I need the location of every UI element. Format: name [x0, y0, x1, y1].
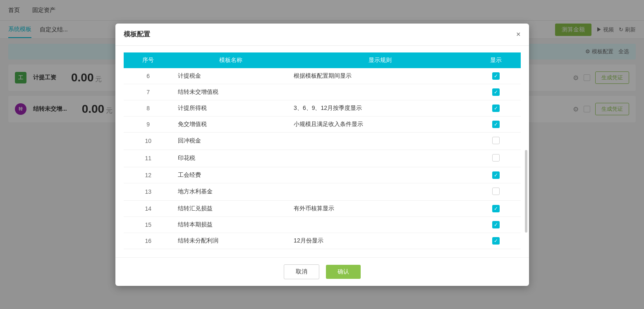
cell-name-6: 工会经费: [173, 167, 289, 183]
checkbox-checked-1[interactable]: ✓: [492, 88, 500, 96]
cell-show-1: ✓: [471, 84, 520, 100]
cell-show-8: ✓: [471, 200, 520, 216]
cell-name-5: 印花税: [173, 150, 289, 167]
cell-name-9: 结转本期损益: [173, 216, 289, 233]
modal-close-button[interactable]: ×: [516, 31, 521, 38]
table-row: 10回冲税金: [124, 132, 521, 150]
config-table: 序号 模板名称 显示规则 显示 6计提税金根据模板配置期间显示✓7结转未交增值税…: [124, 52, 521, 249]
cell-seq-2: 8: [124, 100, 173, 116]
cell-show-0: ✓: [471, 68, 520, 84]
table-row: 13地方水利基金: [124, 183, 521, 200]
cell-rule-7: [289, 183, 471, 200]
cell-rule-9: [289, 216, 471, 233]
cell-name-3: 免交增值税: [173, 116, 289, 132]
scrollbar[interactable]: [525, 79, 527, 257]
checkbox-checked-2[interactable]: ✓: [492, 105, 500, 112]
cell-name-8: 结转汇兑损益: [173, 200, 289, 216]
cell-seq-4: 10: [124, 132, 173, 150]
cell-name-2: 计提所得税: [173, 100, 289, 116]
cell-rule-8: 有外币核算显示: [289, 200, 471, 216]
checkbox-checked-8[interactable]: ✓: [492, 205, 500, 212]
cell-seq-1: 7: [124, 84, 173, 100]
cell-rule-0: 根据模板配置期间显示: [289, 68, 471, 84]
table-row: 15结转本期损益✓: [124, 216, 521, 233]
cell-name-1: 结转未交增值税: [173, 84, 289, 100]
col-name: 模板名称: [173, 52, 289, 68]
modal-overlay: 模板配置 × 序号 模板名称 显示规则 显示 6计提税金根据模板配置期间显示✓7…: [0, 0, 644, 309]
cell-name-0: 计提税金: [173, 68, 289, 84]
table-row: 7结转未交增值税✓: [124, 84, 521, 100]
cell-rule-1: [289, 84, 471, 100]
checkbox-unchecked-5[interactable]: [492, 154, 500, 162]
cell-name-10: 结转未分配利润: [173, 233, 289, 249]
cell-seq-3: 9: [124, 116, 173, 132]
col-rule: 显示规则: [289, 52, 471, 68]
cell-name-4: 回冲税金: [173, 132, 289, 150]
scroll-thumb: [525, 150, 527, 233]
col-show: 显示: [471, 52, 520, 68]
cell-name-7: 地方水利基金: [173, 183, 289, 200]
cell-rule-3: 小规模且满足收入条件显示: [289, 116, 471, 132]
col-seq: 序号: [124, 52, 173, 68]
checkbox-unchecked-7[interactable]: [492, 188, 500, 195]
table-header-row: 序号 模板名称 显示规则 显示: [124, 52, 521, 68]
cell-show-5: [471, 150, 520, 167]
table-row: 8计提所得税3、6、9、12月按季度显示✓: [124, 100, 521, 116]
checkbox-checked-3[interactable]: ✓: [492, 121, 500, 128]
modal-header: 模板配置 ×: [115, 24, 529, 46]
modal-footer: 取消 确认: [115, 257, 529, 286]
cell-show-10: ✓: [471, 233, 520, 249]
cell-rule-10: 12月份显示: [289, 233, 471, 249]
cell-rule-5: [289, 150, 471, 167]
table-row: 11印花税: [124, 150, 521, 167]
cell-show-2: ✓: [471, 100, 520, 116]
cell-rule-4: [289, 132, 471, 150]
cell-seq-8: 14: [124, 200, 173, 216]
cell-seq-0: 6: [124, 68, 173, 84]
cell-seq-9: 15: [124, 216, 173, 233]
cell-seq-6: 12: [124, 167, 173, 183]
cell-show-3: ✓: [471, 116, 520, 132]
checkbox-checked-0[interactable]: ✓: [492, 72, 500, 80]
table-row: 9免交增值税小规模且满足收入条件显示✓: [124, 116, 521, 132]
checkbox-checked-6[interactable]: ✓: [492, 171, 500, 179]
table-row: 12工会经费✓: [124, 167, 521, 183]
table-row: 6计提税金根据模板配置期间显示✓: [124, 68, 521, 84]
table-row: 14结转汇兑损益有外币核算显示✓: [124, 200, 521, 216]
confirm-button[interactable]: 确认: [326, 265, 361, 279]
table-row: 16结转未分配利润12月份显示✓: [124, 233, 521, 249]
cell-seq-10: 16: [124, 233, 173, 249]
checkbox-unchecked-4[interactable]: [492, 137, 500, 144]
checkbox-checked-10[interactable]: ✓: [492, 237, 500, 245]
cancel-button[interactable]: 取消: [284, 264, 319, 279]
cell-show-4: [471, 132, 520, 150]
cell-seq-5: 11: [124, 150, 173, 167]
cell-rule-6: [289, 167, 471, 183]
cell-show-7: [471, 183, 520, 200]
cell-rule-2: 3、6、9、12月按季度显示: [289, 100, 471, 116]
modal-body: 序号 模板名称 显示规则 显示 6计提税金根据模板配置期间显示✓7结转未交增值税…: [115, 46, 529, 257]
modal-title: 模板配置: [124, 30, 150, 39]
cell-seq-7: 13: [124, 183, 173, 200]
checkbox-checked-9[interactable]: ✓: [492, 221, 500, 228]
cell-show-9: ✓: [471, 216, 520, 233]
cell-show-6: ✓: [471, 167, 520, 183]
template-config-modal: 模板配置 × 序号 模板名称 显示规则 显示 6计提税金根据模板配置期间显示✓7…: [115, 24, 529, 286]
